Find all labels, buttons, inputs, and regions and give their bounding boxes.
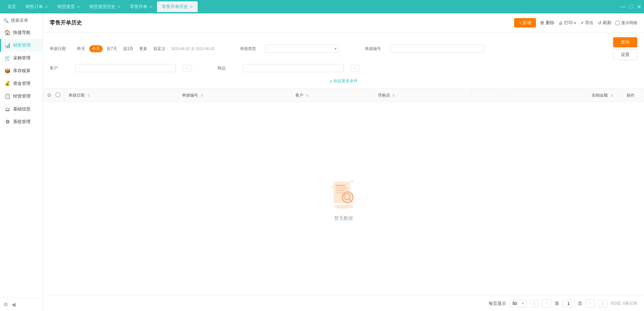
print-button[interactable]: 🖨 🖨 打印 打印 ▾ [558, 20, 576, 26]
goods-dots-button[interactable]: ··· [350, 65, 360, 71]
date-opt-yesterday[interactable]: 昨天 [75, 45, 87, 52]
sort-customer-icon: ⇅ [306, 94, 308, 97]
th-amount[interactable]: 实销金额 ⇅ [504, 89, 617, 102]
page-suffix: 页 [578, 301, 582, 307]
tab-retail-open[interactable]: 零售开单 ✕ [125, 1, 157, 12]
tab-home[interactable]: 首页 [3, 1, 21, 12]
print-icon: 🖨 [558, 20, 563, 25]
refresh-button[interactable]: ↺ 刷新 [598, 20, 611, 26]
sidebar-item-sales-mgmt[interactable]: 📊 销售管理 [0, 39, 43, 52]
prev-page-button[interactable]: ＜ [542, 299, 551, 308]
table-settings-icon[interactable]: ⚙ [47, 92, 51, 98]
sidebar-item-system-mgmt-label: 系统管理 [13, 119, 31, 125]
print-dropdown-icon: ▾ [574, 21, 576, 25]
tab-sales-return[interactable]: 销货退货 ✕ [53, 1, 85, 12]
date-opt-custom[interactable]: 自定义 [151, 45, 167, 52]
minimize-button[interactable]: — [620, 4, 626, 10]
sidebar-item-inventory[interactable]: 📦 库存核算 [0, 64, 43, 77]
cart-icon: 🛒 [4, 55, 10, 61]
sort-no-icon: ⇅ [201, 94, 203, 97]
show-detail-checkbox[interactable]: 显示明细 [615, 20, 637, 26]
sidebar-item-quick-nav[interactable]: 🏠 快捷导航 [0, 26, 43, 39]
sidebar-item-operation[interactable]: 📋 经营管理 [0, 90, 43, 103]
export-button[interactable]: ↗ 导出 [580, 20, 594, 26]
chart-icon: 📊 [4, 42, 10, 48]
sidebar-gear-button[interactable]: ⚙ [3, 301, 8, 308]
select-all-checkbox[interactable] [56, 93, 60, 97]
sidebar-bottom: ⚙ ◀ [0, 298, 43, 311]
doc-no-input[interactable] [390, 45, 484, 53]
th-date[interactable]: 单据日期 ⇅ [64, 89, 178, 102]
tab-retail-open-history-close[interactable]: ✕ [190, 5, 193, 9]
chevron-up-icon: ∧ [329, 79, 332, 84]
box-icon: 📦 [4, 68, 10, 74]
window-controls: — □ ✕ [620, 4, 641, 10]
clipboard-icon: 📋 [4, 93, 10, 99]
show-detail-input[interactable] [615, 21, 620, 25]
empty-text: 暂无数据 [334, 215, 353, 221]
th-customer[interactable]: 客户 ⇅ [291, 89, 374, 102]
empty-state: 暂无数据 [43, 102, 644, 296]
th-no-label: 单据编号 [182, 93, 198, 98]
sidebar-collapse-button[interactable]: ◀ [11, 301, 15, 308]
tab-sales-return-history[interactable]: 销货退货历史 ✕ [85, 1, 125, 12]
tab-sales-return-close[interactable]: ✕ [77, 5, 80, 9]
sidebar-item-system-mgmt[interactable]: ⚙ 系统管理 [0, 115, 43, 128]
collapse-filter-button[interactable]: ∧ 收起更多条件 [50, 76, 637, 84]
filter-area: 单据日期 昨天 今天 近7天 近1月 更多 自定义 2023-06-02 至 2… [43, 33, 644, 89]
doc-type-select[interactable] [265, 45, 339, 53]
goods-input[interactable] [243, 64, 344, 72]
last-page-button[interactable]: ⟩⟩ [598, 300, 607, 307]
th-no[interactable]: 单据编号 ⇅ [178, 89, 291, 102]
data-table: ⚙ 单据日期 ⇅ 单据编号 ⇅ [43, 89, 644, 102]
date-options: 昨天 今天 近7天 近1月 更多 自定义 2023-06-02 至 2023-0… [75, 45, 214, 52]
close-button[interactable]: ✕ [637, 4, 641, 10]
sidebar-item-finance[interactable]: 💰 资金管理 [0, 77, 43, 90]
maximize-button[interactable]: □ [630, 4, 633, 10]
customer-dots-button[interactable]: ··· [183, 65, 192, 71]
th-guide[interactable]: 导购员 ⇅ [374, 89, 472, 102]
tab-sales-order-close[interactable]: ✕ [45, 5, 48, 9]
tab-retail-open-history[interactable]: 零售开单历史 ✕ [157, 1, 198, 12]
sidebar-item-inventory-label: 库存核算 [13, 68, 31, 74]
tab-retail-open-close[interactable]: ✕ [149, 5, 152, 9]
sidebar-item-purchase-mgmt-label: 采购管理 [13, 55, 31, 61]
page-size-select[interactable]: 50 100 200 [509, 300, 527, 307]
show-detail-label: 显示明细 [621, 20, 637, 26]
tab-retail-open-label: 零售开单 [130, 4, 147, 10]
delete-button[interactable]: 🗑 删除 [540, 20, 554, 26]
first-page-button[interactable]: ⟨⟨ [530, 300, 539, 307]
sidebar-search[interactable]: 🔍 搜索采单 [0, 13, 43, 26]
tab-sales-return-history-close[interactable]: ✕ [117, 5, 120, 9]
tab-sales-order[interactable]: 销售订单 ✕ [21, 1, 53, 12]
table-container: ⚙ 单据日期 ⇅ 单据编号 ⇅ [43, 89, 644, 296]
filter-row-2: 客户 ··· 商品 ··· [50, 64, 637, 72]
folder-icon: 🗂 [4, 106, 10, 112]
date-opt-more[interactable]: 更多 [137, 45, 149, 52]
sidebar-item-purchase-mgmt[interactable]: 🛒 采购管理 [0, 52, 43, 64]
tab-sales-return-label: 销货退货 [57, 4, 75, 10]
sort-amount-icon: ⇅ [610, 94, 613, 97]
query-buttons: 查询 设置 [613, 37, 637, 60]
page-number-input[interactable] [562, 300, 575, 307]
next-page-button[interactable]: ＞ [586, 299, 595, 308]
date-opt-today[interactable]: 今天 [89, 45, 103, 52]
th-spacer [472, 89, 504, 102]
export-icon: ↗ [580, 20, 584, 25]
svg-point-0 [334, 205, 354, 209]
customer-input[interactable] [75, 64, 176, 72]
th-customer-label: 客户 [295, 93, 303, 98]
doc-type-label: 单据类型 [240, 46, 260, 52]
money-icon: 💰 [4, 81, 10, 87]
add-button[interactable]: + 新增 [514, 18, 536, 28]
query-button[interactable]: 查询 [613, 37, 637, 47]
tab-home-label: 首页 [7, 4, 16, 10]
sidebar: 🔍 搜索采单 🏠 快捷导航 📊 销售管理 🛒 采购管理 📦 库存核算 💰 资金管… [0, 13, 43, 311]
date-opt-last7[interactable]: 近7天 [105, 45, 119, 52]
filter-settings-button[interactable]: 设置 [613, 49, 637, 60]
sidebar-item-basic-info[interactable]: 🗂 基础信息 [0, 103, 43, 115]
date-opt-last-month[interactable]: 近1月 [121, 45, 136, 52]
date-filter-label: 单据日期 [50, 46, 70, 52]
svg-rect-3 [336, 188, 348, 189]
svg-rect-2 [336, 185, 346, 186]
